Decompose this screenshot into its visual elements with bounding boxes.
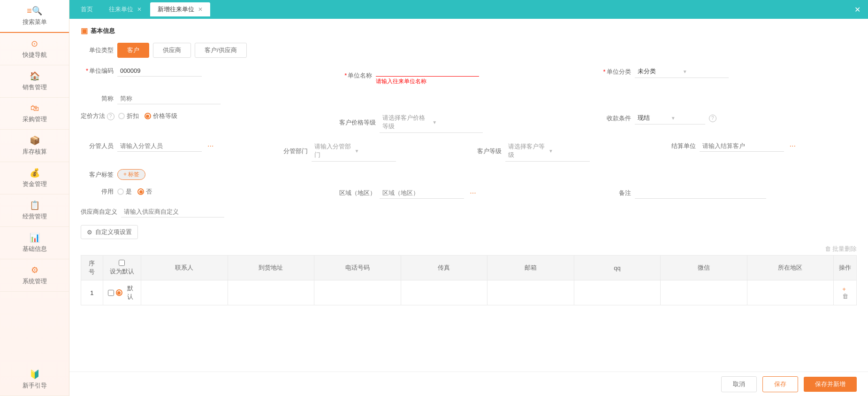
default-radio[interactable]: 默认 — [116, 284, 137, 301]
unit-name-label: *单位名称 — [339, 71, 372, 80]
contacts-table: 序号 设为默认 联系人 到货地址 电话号码 传真 邮箱 qq 微信 所在地区 操… — [81, 255, 857, 305]
col-fax: 传真 — [401, 256, 487, 280]
delete-row-btn[interactable]: 🗑 — [842, 293, 848, 300]
unit-name-error: 请输入往来单位名称 — [376, 78, 479, 85]
row-phone[interactable] — [314, 280, 401, 305]
batch-delete-label[interactable]: 批量删除 — [832, 245, 857, 252]
select-all-checkbox[interactable] — [119, 260, 125, 266]
manager-dots-btn[interactable]: ··· — [206, 142, 215, 150]
pricing-help-icon[interactable]: ? — [107, 113, 114, 120]
sales-icon: 🏠 — [30, 71, 40, 81]
add-tag-button[interactable]: + 标签 — [117, 169, 145, 180]
save-button[interactable]: 保存 — [762, 376, 798, 392]
region-input[interactable] — [380, 187, 464, 199]
row-region[interactable] — [747, 280, 833, 305]
tab-partners[interactable]: 往来单位 ✕ — [101, 2, 149, 16]
operations-icon: 📋 — [30, 200, 40, 210]
unit-name-input[interactable] — [376, 65, 479, 77]
supplier-custom-label: 供应商自定义 — [81, 208, 117, 216]
remark-input[interactable] — [635, 187, 766, 199]
disabled-no-radio[interactable]: 否 — [137, 187, 152, 196]
custom-settings-button[interactable]: ⚙ 自定义项设置 — [81, 225, 138, 239]
sidebar-item-basic[interactable]: 📊 基础信息 — [0, 227, 69, 259]
form-area: ▣ 基本信息 单位类型 客户 供应商 客户/供应商 *单位编码 — [69, 19, 868, 372]
customer-level-group: 客户等级 请选择客户等级 ▼ — [469, 140, 663, 162]
sidebar-item-quicknav[interactable]: ⊙ 快捷导航 — [0, 33, 69, 65]
delete-icon: 🗑 — [825, 245, 831, 252]
close-all-tabs[interactable]: ✕ — [851, 3, 864, 16]
cancel-button[interactable]: 取消 — [721, 376, 757, 392]
purchase-icon: 🛍 — [30, 103, 39, 113]
settlement-dots-btn[interactable]: ··· — [788, 142, 798, 150]
sidebar-item-system[interactable]: ⚙ 系统管理 — [0, 259, 69, 292]
row-email[interactable] — [487, 280, 574, 305]
row-wechat[interactable] — [661, 280, 747, 305]
tag-row: 客户标签 + 标签 — [81, 169, 857, 180]
settlement-label: 结算单位 — [663, 142, 696, 150]
add-row-btn[interactable]: + — [842, 286, 846, 293]
type-btn-both[interactable]: 客户/供应商 — [195, 43, 247, 58]
row-address[interactable] — [228, 280, 314, 305]
sidebar-item-guide[interactable]: 🔰 新手引导 — [0, 364, 69, 396]
row-contact[interactable] — [141, 280, 228, 305]
save-new-button[interactable]: 保存并新增 — [804, 377, 857, 392]
col-email: 邮箱 — [487, 256, 574, 280]
payment-terms-label: 收款条件 — [598, 114, 631, 123]
disabled-yes-radio[interactable]: 是 — [117, 187, 132, 196]
tab-partners-close[interactable]: ✕ — [137, 6, 142, 13]
region-label: 区域（地区） — [339, 189, 376, 197]
sidebar-item-finance[interactable]: 💰 资金管理 — [0, 162, 69, 194]
chevron-payment-icon: ▼ — [671, 116, 702, 121]
tab-home[interactable]: 首页 — [73, 2, 100, 16]
settlement-group: 结算单位 ··· — [663, 140, 857, 152]
batch-delete-area: 🗑 批量删除 — [81, 245, 857, 253]
type-btn-supplier[interactable]: 供应商 — [153, 43, 191, 58]
tab-new-partner[interactable]: 新增往来单位 ✕ — [150, 2, 210, 16]
col-wechat: 微信 — [661, 256, 747, 280]
sidebar-item-sales[interactable]: 🏠 销售管理 — [0, 65, 69, 98]
sidebar-item-purchase[interactable]: 🛍 采购管理 — [0, 98, 69, 130]
row-checkbox[interactable] — [108, 290, 114, 296]
disabled-label: 停用 — [81, 187, 114, 196]
unit-category-group: *单位分类 未分类 ▼ — [598, 65, 857, 78]
tag-group: 客户标签 + 标签 — [81, 169, 857, 180]
row-fax[interactable] — [401, 280, 487, 305]
type-btn-customer[interactable]: 客户 — [117, 43, 149, 58]
payment-terms-select[interactable]: 现结 ▼ — [635, 112, 705, 124]
customer-level-select[interactable]: 请选择客户等级 ▼ — [505, 140, 590, 162]
pricing-radio-group: 折扣 价格等级 — [118, 112, 177, 120]
supplier-custom-input[interactable] — [121, 206, 224, 217]
payment-help-icon[interactable]: ? — [709, 115, 716, 122]
col-address: 到货地址 — [228, 256, 314, 280]
region-dots-btn[interactable]: ··· — [468, 189, 478, 197]
customer-price-select[interactable]: 请选择客户价格等级 ▼ — [380, 112, 483, 133]
system-icon: ⚙ — [31, 265, 38, 275]
sidebar: ≡🔍 搜索菜单 ⊙ 快捷导航 🏠 销售管理 🛍 采购管理 📦 库存核算 💰 资金… — [0, 0, 69, 396]
pricing-price-level-radio[interactable]: 价格等级 — [145, 112, 177, 120]
unit-code-input[interactable] — [117, 65, 202, 77]
radio-circle-yes — [117, 188, 124, 195]
department-select[interactable]: 请输入分管部门 ▼ — [312, 140, 396, 162]
main-content: 首页 往来单位 ✕ 新增往来单位 ✕ ✕ ▣ 基本信息 单位类型 客户 供应商 … — [69, 0, 868, 396]
short-name-input[interactable] — [117, 93, 221, 104]
tab-new-partner-close[interactable]: ✕ — [198, 6, 203, 13]
region-group: 区域（地区） ··· — [339, 187, 598, 199]
row-action: + 🗑 — [834, 280, 857, 305]
disabled-radio-group: 是 否 — [117, 187, 152, 196]
sidebar-item-inventory[interactable]: 📦 库存核算 — [0, 130, 69, 162]
unit-code-group: *单位编码 — [81, 65, 339, 77]
short-name-group: 简称 — [81, 93, 857, 104]
sidebar-item-search[interactable]: ≡🔍 搜索菜单 — [0, 0, 69, 33]
manager-input[interactable] — [117, 140, 202, 152]
settlement-input[interactable] — [700, 140, 784, 152]
row-qq[interactable] — [574, 280, 661, 305]
pricing-method-group: 定价方法 ? 折扣 价格等级 — [81, 112, 339, 120]
unit-category-select[interactable]: 未分类 ▼ — [635, 65, 729, 78]
pricing-row: 定价方法 ? 折扣 价格等级 客户价格等级 请选择客户价 — [81, 112, 857, 133]
customer-price-label: 客户价格等级 — [339, 118, 376, 127]
pricing-method-label: 定价方法 ? — [81, 112, 114, 120]
sidebar-item-operations[interactable]: 📋 经营管理 — [0, 194, 69, 227]
radio-circle-discount — [118, 113, 125, 119]
pricing-discount-radio[interactable]: 折扣 — [118, 112, 139, 120]
footer-bar: 取消 保存 保存并新增 — [69, 372, 868, 396]
